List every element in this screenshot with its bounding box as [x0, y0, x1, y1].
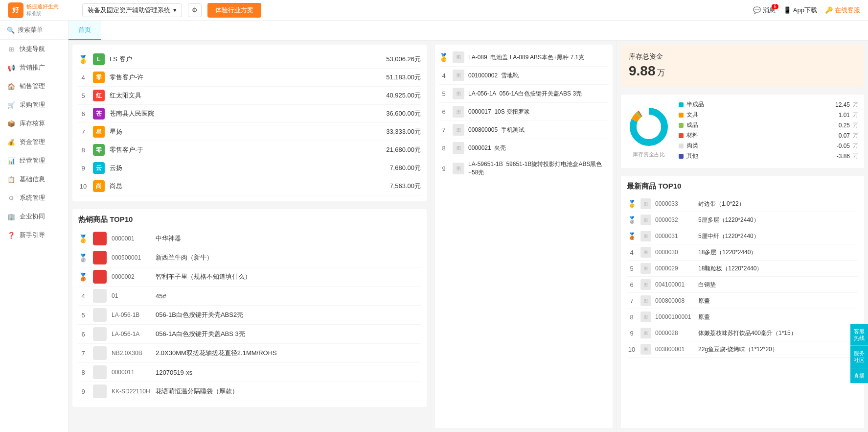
- new-product-row: 5 图 0000029 18颗粒板（1220*2440）: [627, 261, 858, 277]
- legend-name: 其他: [686, 152, 834, 160]
- mid-list-row: 7 图 000800005 手机测试: [439, 121, 609, 139]
- medal-gold-icon: 🥇: [78, 55, 88, 64]
- legend-item: 材料 0.07 万: [679, 131, 858, 140]
- sidebar-item-guide[interactable]: ❓新手引导: [0, 226, 68, 244]
- logo-area: 好 畅捷通好生意 标准版: [8, 2, 76, 18]
- mid-product-info: LA-089 电池盖 LA-089 ABS本色+黑种 7.1克: [468, 53, 609, 62]
- mid-product-info: LA-056-1A 056-1A白色按键开关盖ABS 3壳: [468, 90, 609, 98]
- hot-product-row: 9 KK-SD22110H 花语萌恒温分隔睡袋（厚款）: [78, 382, 421, 401]
- medal-icon: 🥇: [78, 234, 88, 243]
- nav-items-container: ⊞快捷导航📢营销推广🏠销售管理🛒采购管理📦库存核算💰资金管理📊经营管理📋基础信息…: [0, 40, 68, 244]
- sidebar-item-quick[interactable]: ⊞快捷导航: [0, 40, 68, 58]
- np-rank: 10: [627, 346, 637, 353]
- search-menu[interactable]: 🔍 搜索菜单: [0, 21, 68, 40]
- customer-ranking-card: 🥇 L LS 客户 53,006.26元 4 零 零售客户-许 51,183.0…: [72, 45, 427, 201]
- product-rank: 4: [78, 292, 88, 300]
- mid-product-image: 图: [453, 124, 464, 136]
- tab-home[interactable]: 首页: [69, 21, 101, 40]
- online-icon: 🔑: [825, 6, 833, 14]
- rank-number: 4: [78, 74, 88, 81]
- legend-value: 12.45: [835, 101, 850, 108]
- sidebar-item-purchase[interactable]: 🛒采购管理: [0, 96, 68, 114]
- mid-list-row: 6 图 0000017 10S 变扭罗浆: [439, 103, 609, 121]
- rank-avatar: 苍: [93, 108, 105, 120]
- app-download-action[interactable]: 📱 App下载: [783, 6, 817, 15]
- product-name: 花语萌恒温分隔睡袋（厚款）: [156, 387, 421, 396]
- sidebar-item-enterprise[interactable]: 🏢企业协同: [0, 207, 68, 226]
- product-name: 056-1A白色按键开关盖ABS 3壳: [156, 330, 421, 338]
- rank-number: 10: [78, 183, 88, 190]
- mid-product-info: 000800005 手机测试: [468, 126, 609, 134]
- np-code: 0000029: [655, 265, 694, 272]
- product-code: 0000001: [112, 235, 151, 242]
- mid-product-image: 图: [453, 142, 464, 154]
- sidebar-item-system[interactable]: ⚙系统管理: [0, 189, 68, 207]
- product-image: [93, 327, 107, 341]
- product-code: NB2.0X30B: [112, 350, 151, 357]
- legend-name: 半成品: [686, 100, 832, 109]
- nav-label-enterprise: 企业协同: [20, 212, 45, 221]
- customer-rank-row: 4 零 零售客户-许 51,183.00元: [78, 69, 421, 87]
- product-code: 000500001: [112, 254, 151, 261]
- online-service-action[interactable]: 🔑 在线客服: [825, 6, 860, 15]
- np-code: 0000031: [655, 233, 694, 240]
- sidebar-item-finance[interactable]: 💰资金管理: [0, 133, 68, 151]
- nav-label-guide: 新手引导: [20, 231, 45, 240]
- medal-icon: 🥈: [627, 216, 637, 224]
- sidebar-item-inventory[interactable]: 📦库存核算: [0, 114, 68, 133]
- legend-color-dot: [679, 154, 684, 159]
- nav-icon-quick: ⊞: [7, 45, 16, 53]
- search-menu-label: 搜索菜单: [18, 25, 43, 34]
- mid-list-row: 8 图 0000021 夹壳: [439, 139, 609, 157]
- np-code: 004100001: [655, 281, 694, 288]
- product-image: [93, 251, 107, 264]
- nav-label-system: 系统管理: [20, 193, 45, 202]
- sidebar-item-marketing[interactable]: 📢营销推广: [0, 58, 68, 77]
- hot-product-row: 🥉 0000002 智利车子里（规格不知道填什么）: [78, 267, 421, 287]
- gear-button[interactable]: ⚙: [188, 3, 202, 17]
- np-code: 000800008: [655, 297, 694, 304]
- legend-value: 0.07: [839, 132, 850, 139]
- np-name: 封边带（1.0*22）: [698, 200, 858, 208]
- mid-product-info: 001000002 雪地靴: [468, 72, 609, 80]
- product-name: 45#: [156, 292, 421, 300]
- sidebar-item-operations[interactable]: 📊经营管理: [0, 151, 68, 170]
- mid-list-row: 4 图 001000002 雪地靴: [439, 67, 609, 85]
- np-name: 5厘中纤（1220*2440）: [698, 232, 858, 240]
- product-image: [93, 289, 107, 303]
- rank-amount: 51,183.00元: [386, 73, 421, 82]
- float-btn[interactable]: 客服热线: [850, 324, 868, 346]
- np-name: 18多层（1220*2440）: [698, 248, 858, 257]
- legend-list: 半成品 12.45 万 文具 1.01 万 成品 0.25 万 材料 0.07 …: [679, 100, 858, 162]
- hot-products-title: 热销商品 TOP10: [78, 215, 421, 224]
- mid-rank: 8: [439, 144, 449, 152]
- rank-name: LS 客户: [110, 55, 381, 64]
- nav-icon-marketing: 📢: [7, 63, 16, 72]
- product-image: [93, 270, 107, 284]
- rank-name: 尚总: [110, 182, 385, 191]
- message-icon: 💬: [753, 6, 761, 14]
- message-action[interactable]: 💬 消息 6: [753, 6, 776, 15]
- logo-sub: 标准版: [26, 10, 59, 17]
- new-product-row: 🥉 图 0000031 5厘中纤（1220*2440）: [627, 228, 858, 244]
- trial-button[interactable]: 体验行业方案: [207, 3, 261, 18]
- product-name: 新西兰牛肉（新牛）: [156, 253, 421, 262]
- app-icon: 📱: [783, 6, 791, 14]
- legend-item: 半成品 12.45 万: [679, 100, 858, 109]
- rank-number: 5: [78, 92, 88, 99]
- inventory-value-row: 9.88 万: [629, 63, 856, 79]
- nav-icon-sales: 🏠: [7, 82, 16, 91]
- float-btn[interactable]: 服务社区: [850, 346, 868, 368]
- np-name: 白钢垫: [698, 281, 858, 289]
- product-rank: 6: [78, 331, 88, 338]
- np-code: 10000100001: [655, 313, 694, 320]
- hot-product-row: 7 NB2.0X30B 2.0X30MM双搓花轴搓花直径2.1MM/ROHS: [78, 344, 421, 363]
- rank-number: 6: [78, 110, 88, 118]
- nav-label-sales: 销售管理: [20, 82, 45, 91]
- float-buttons: 客服热线服务社区直播: [850, 324, 868, 383]
- sidebar-item-basic[interactable]: 📋基础信息: [0, 170, 68, 189]
- float-btn[interactable]: 直播: [850, 368, 868, 383]
- medal-icon: 🥉: [627, 232, 637, 240]
- sidebar-item-sales[interactable]: 🏠销售管理: [0, 77, 68, 96]
- system-selector[interactable]: 装备及固定资产辅助管理系统 ▾: [82, 3, 182, 17]
